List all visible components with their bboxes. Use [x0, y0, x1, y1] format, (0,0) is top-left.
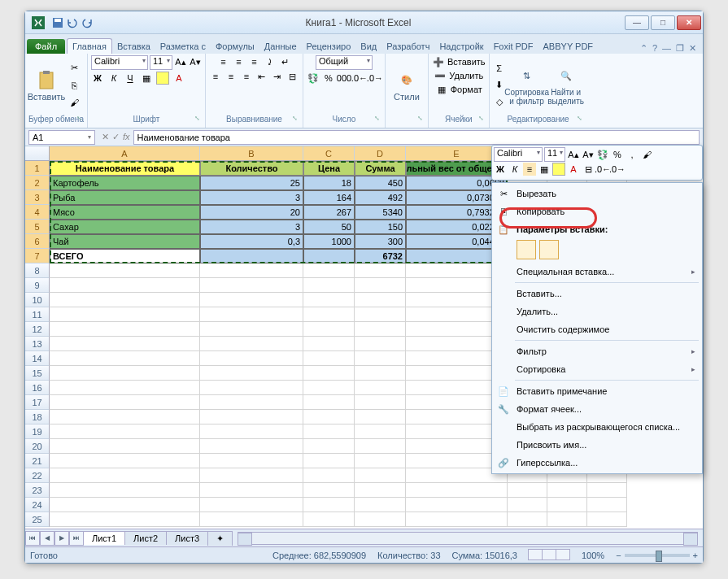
- currency-icon[interactable]: 💱: [307, 72, 320, 85]
- cell[interactable]: [355, 263, 406, 278]
- row-header[interactable]: 9: [25, 278, 50, 293]
- wrap-text-icon[interactable]: ↵: [278, 55, 291, 68]
- cell[interactable]: [508, 498, 547, 512]
- cell[interactable]: Наименование товара: [50, 161, 200, 176]
- sheet-prev-icon[interactable]: ◀: [40, 531, 54, 546]
- percent-icon[interactable]: %: [322, 72, 335, 85]
- cell[interactable]: [50, 512, 200, 527]
- sheet-tab[interactable]: Лист2: [124, 531, 167, 545]
- undo-icon[interactable]: [66, 16, 79, 29]
- cell[interactable]: 1000: [303, 234, 355, 249]
- row-header[interactable]: 11: [25, 307, 50, 322]
- mini-bold-button[interactable]: Ж: [494, 163, 507, 176]
- cell[interactable]: [355, 454, 406, 468]
- horizontal-scrollbar[interactable]: [238, 532, 698, 545]
- cell[interactable]: [50, 483, 200, 498]
- cell[interactable]: [50, 366, 200, 381]
- cell[interactable]: [200, 307, 303, 322]
- cell[interactable]: [50, 263, 200, 278]
- styles-button[interactable]: 🎨Стили: [389, 69, 425, 102]
- italic-button[interactable]: К: [107, 72, 120, 85]
- cell[interactable]: [355, 278, 406, 293]
- cell[interactable]: [200, 395, 303, 410]
- cell[interactable]: 450: [355, 176, 406, 190]
- cell[interactable]: 492: [355, 190, 406, 205]
- cell[interactable]: [200, 381, 303, 395]
- fill-color-icon[interactable]: [156, 72, 169, 85]
- orientation-icon[interactable]: ⤸: [263, 55, 276, 68]
- cell[interactable]: [355, 337, 406, 351]
- cell[interactable]: [587, 512, 627, 527]
- cell[interactable]: [200, 468, 303, 483]
- cancel-formula-icon[interactable]: ✕: [102, 132, 109, 142]
- cell[interactable]: 150: [355, 220, 406, 234]
- cell[interactable]: Сумма: [355, 161, 406, 176]
- cell[interactable]: [50, 498, 200, 512]
- cell[interactable]: [508, 483, 547, 498]
- tab-abbyy[interactable]: ABBYY PDF: [538, 39, 599, 54]
- cell[interactable]: 0,3: [200, 234, 303, 249]
- cell[interactable]: [303, 395, 355, 410]
- mini-inc-decimal-icon[interactable]: .0←: [596, 163, 609, 176]
- tab-insert[interactable]: Вставка: [112, 39, 155, 54]
- cell[interactable]: [355, 512, 406, 527]
- cell[interactable]: [50, 351, 200, 366]
- col-header[interactable]: B: [200, 146, 303, 160]
- zoom-slider[interactable]: −+: [616, 551, 698, 560]
- cell[interactable]: [50, 424, 200, 439]
- cell[interactable]: [50, 278, 200, 293]
- cell[interactable]: [355, 439, 406, 454]
- menu-sort[interactable]: Сортировка: [492, 360, 702, 378]
- cell[interactable]: Сахар: [50, 220, 200, 234]
- delete-cells-icon[interactable]: ➖: [434, 69, 447, 82]
- mini-font-color-icon[interactable]: A: [567, 163, 580, 176]
- cell[interactable]: [303, 307, 355, 322]
- cell[interactable]: [406, 483, 508, 498]
- cell[interactable]: [303, 366, 355, 381]
- row-header[interactable]: 8: [25, 263, 50, 278]
- tab-home[interactable]: Главная: [67, 38, 112, 54]
- cut-icon[interactable]: ✂: [68, 62, 81, 75]
- paste-button[interactable]: Вставить: [28, 69, 64, 102]
- mini-align-icon[interactable]: ≡: [523, 163, 536, 176]
- mini-shrink-font-icon[interactable]: A▾: [582, 148, 595, 161]
- row-header[interactable]: 20: [25, 439, 50, 454]
- zoom-in-icon[interactable]: +: [693, 551, 698, 560]
- cell[interactable]: [50, 439, 200, 454]
- cell[interactable]: [200, 424, 303, 439]
- number-format-dropdown[interactable]: Общий: [316, 55, 373, 70]
- minimize-ribbon-icon[interactable]: ⌃: [640, 43, 647, 54]
- cell[interactable]: [508, 512, 547, 527]
- align-right-icon[interactable]: ≡: [240, 70, 253, 83]
- redo-icon[interactable]: [81, 16, 94, 29]
- cell[interactable]: [547, 483, 587, 498]
- tab-addins[interactable]: Надстройк: [434, 39, 488, 54]
- cell[interactable]: [355, 307, 406, 322]
- mini-percent-icon[interactable]: %: [611, 148, 624, 161]
- cell[interactable]: [355, 395, 406, 410]
- row-header[interactable]: 23: [25, 483, 50, 498]
- sheet-first-icon[interactable]: ⏮: [25, 531, 40, 546]
- cell[interactable]: [50, 454, 200, 468]
- cell[interactable]: 300: [355, 234, 406, 249]
- row-header[interactable]: 16: [25, 381, 50, 395]
- menu-paste-special[interactable]: Специальная вставка...: [492, 263, 702, 281]
- tab-foxit[interactable]: Foxit PDF: [489, 39, 538, 54]
- cell[interactable]: [355, 293, 406, 307]
- underline-button[interactable]: Ч: [124, 72, 137, 85]
- cell[interactable]: 20: [200, 205, 303, 220]
- row-header[interactable]: 25: [25, 512, 50, 527]
- sheet-last-icon[interactable]: ⏭: [69, 531, 84, 546]
- cell[interactable]: [303, 498, 355, 512]
- mini-italic-button[interactable]: К: [508, 163, 521, 176]
- sheet-next-icon[interactable]: ▶: [54, 531, 69, 546]
- menu-comment[interactable]: 📄Вставить примечание: [492, 382, 702, 400]
- cell[interactable]: ВСЕГО: [50, 249, 200, 263]
- tab-view[interactable]: Вид: [355, 39, 381, 54]
- cell[interactable]: [200, 293, 303, 307]
- mini-dec-decimal-icon[interactable]: .0→: [611, 163, 624, 176]
- bold-button[interactable]: Ж: [91, 72, 104, 85]
- row-header[interactable]: 6: [25, 234, 50, 249]
- mini-comma-icon[interactable]: ,: [626, 148, 639, 161]
- cell[interactable]: Рыба: [50, 190, 200, 205]
